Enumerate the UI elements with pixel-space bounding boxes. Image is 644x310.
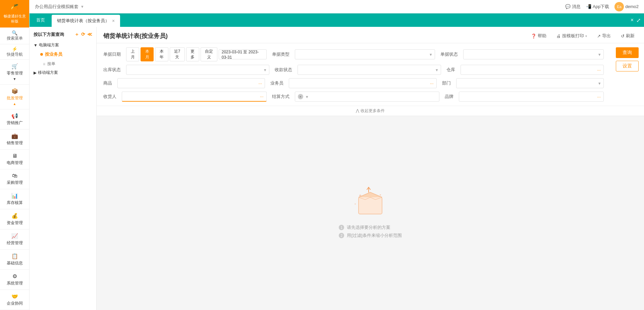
date-btn-this-year[interactable]: 本年	[155, 47, 168, 61]
date-btn-this-month[interactable]: 本月	[141, 47, 154, 61]
date-btn-last-month[interactable]: 上月	[126, 47, 139, 61]
tab-active-label: 销货单统计表（按业务员）	[57, 18, 109, 24]
filter-receiver[interactable]: ···	[122, 92, 267, 102]
lp-collapse-icon[interactable]: ≪	[87, 32, 92, 38]
date-range-value: 2023-03-01 至 2023-03-31	[222, 49, 264, 60]
topbar-right: 💬 消息 📲 App下载 Ea demo2	[565, 2, 639, 11]
filter-with-buttons: 单据日期 上月 本月 本年 近7天 更多 自定义 2023-03-01 至 20…	[97, 43, 644, 106]
message-label: 消息	[572, 4, 581, 10]
content: 按以下方案查询 ＋ ⟳ ≪ ▼ 电脑端方案 按业务员 ≡ 按单	[30, 27, 644, 310]
close-window-btn[interactable]: ×	[631, 17, 634, 23]
sidebar-item-sysadmin[interactable]: ⚙ 系统管理	[0, 270, 29, 290]
tabbar: 首页 销货单统计表（按业务员） × × ⤢	[30, 13, 644, 27]
filter-order-type[interactable]: ▾	[295, 49, 435, 59]
lp-section-pc-arrow: ▼	[34, 43, 38, 48]
logo-text: 畅捷通好生意 标版	[4, 14, 26, 23]
sidebar-item-retail-label: 零售管理	[7, 70, 23, 76]
lp-section-mobile-title: 移动端方案	[38, 70, 58, 75]
export-btn[interactable]: ↗ 导出	[594, 32, 613, 40]
sidebar-logo[interactable]: 🍊 畅捷通好生意 标版	[0, 0, 29, 28]
date-btn-custom[interactable]: 自定义	[201, 47, 217, 61]
active-dot-salesperson	[40, 53, 43, 56]
filter-receipt-status[interactable]: ▾	[298, 65, 441, 75]
sidebar-search-label: 搜索菜单	[7, 36, 23, 41]
filter-department[interactable]: ▾	[456, 78, 604, 88]
receipt-status-chevron: ▾	[436, 67, 438, 72]
tab-home[interactable]: 首页	[30, 13, 52, 27]
refresh-btn[interactable]: ↺ 刷新	[618, 32, 637, 40]
empty-step-1: 1 请先选择要分析的方案	[339, 224, 401, 230]
download-icon: 📲	[586, 4, 591, 9]
sidebar-item-retail[interactable]: 🛒 零售管理 ▼	[0, 60, 29, 85]
lp-item-by-salesperson-label: 按业务员	[45, 51, 62, 57]
brand-dots: ···	[597, 94, 601, 99]
settings-btn[interactable]: 设置	[616, 61, 639, 71]
filter-row-1: 单据日期 上月 本月 本年 近7天 更多 自定义 2023-03-01 至 20…	[103, 47, 604, 61]
print-label: 按模板打印	[562, 33, 584, 39]
operations-icon: 📈	[11, 233, 18, 239]
empty-step-2: 2 用[过滤]条件来缩小分析范围	[339, 232, 401, 239]
sidebar-item-purchase[interactable]: 🛍 采购管理	[0, 169, 29, 189]
main-data-area: 1 请先选择要分析的方案 2 用[过滤]条件来缩小分析范围	[97, 116, 644, 310]
sidebar-item-finance[interactable]: 💰 资金管理	[0, 209, 29, 229]
sidebar-item-sales-label: 销售管理	[7, 140, 23, 146]
app-download-btn[interactable]: 📲 App下载	[586, 4, 609, 10]
sidebar-item-ecommerce[interactable]: 🖥 电商管理	[0, 150, 29, 169]
sidebar-item-sales[interactable]: 💼 销售管理	[0, 130, 29, 150]
filter-goods[interactable]: ···	[117, 78, 265, 88]
svg-point-2	[380, 194, 381, 196]
date-btn-7days[interactable]: 近7天	[170, 47, 185, 61]
message-btn[interactable]: 💬 消息	[565, 4, 581, 10]
query-btn[interactable]: 查询	[616, 47, 639, 58]
date-btn-more[interactable]: 更多	[186, 47, 199, 61]
sidebar-item-enterprise-label: 企业协同	[7, 301, 23, 306]
export-icon: ↗	[597, 34, 601, 39]
filter-row-2: 出库状态 ▾ 收款状态 ▾ 仓库 ···	[103, 65, 604, 75]
fullscreen-btn[interactable]: ⤢	[636, 17, 641, 23]
purchase-icon: 🛍	[12, 173, 17, 179]
filter-order-status[interactable]: ▾	[463, 49, 604, 59]
breadcrumb-dropdown-icon[interactable]: ▾	[81, 4, 84, 9]
lp-item-by-order[interactable]: ≡ 按单	[30, 59, 96, 68]
filter-brand[interactable]: ···	[459, 92, 604, 102]
lp-item-by-salesperson[interactable]: 按业务员	[30, 49, 96, 59]
sidebar-item-marketing[interactable]: 📢 营销推广	[0, 109, 29, 130]
sidebar-search[interactable]: 🔍 搜索菜单	[0, 28, 29, 44]
filter-salesperson[interactable]: ···	[289, 78, 436, 88]
order-icon: ≡	[43, 62, 45, 66]
sidebar-item-purchase-label: 采购管理	[7, 180, 23, 186]
filter-out-status[interactable]: ▾	[126, 65, 269, 75]
refresh-icon: ↺	[621, 34, 625, 39]
tab-active[interactable]: 销货单统计表（按业务员） ×	[52, 15, 120, 27]
settlement-chevron: ▾	[306, 94, 308, 99]
lp-add-icon[interactable]: ＋	[74, 32, 79, 38]
inventory-icon: 📊	[11, 193, 18, 199]
help-btn[interactable]: ❓ 帮助	[528, 32, 549, 40]
sidebar-item-finance-label: 资金管理	[7, 220, 23, 226]
sidebar-item-operations[interactable]: 📈 经营管理	[0, 229, 29, 250]
user-avatar-btn[interactable]: Ea demo2	[614, 2, 639, 11]
svg-rect-0	[359, 197, 382, 214]
collapse-bar[interactable]: ⋀ 收起更多条件	[97, 106, 644, 116]
empty-state: 1 请先选择要分析的方案 2 用[过滤]条件来缩小分析范围	[339, 186, 401, 241]
sidebar-item-enterprise[interactable]: 🤝 企业协同	[0, 290, 29, 310]
lp-refresh-icon[interactable]: ⟳	[81, 32, 85, 38]
filter-warehouse[interactable]: ···	[461, 65, 604, 75]
tab-close-btn[interactable]: ×	[112, 18, 115, 23]
right-content: 销货单统计表(按业务员) ❓ 帮助 🖨 按模板打印 ▾ ↗ 导出	[97, 27, 644, 310]
print-btn[interactable]: 🖨 按模板打印 ▾	[554, 32, 590, 40]
print-dropdown-icon: ▾	[585, 34, 587, 38]
lp-section-mobile-arrow: ▶	[34, 70, 37, 75]
settlement-clear-btn[interactable]: ×	[298, 94, 303, 99]
sidebar-nav[interactable]: ⚡ 快捷导航	[0, 44, 29, 60]
date-range-display: 2023-03-01 至 2023-03-31	[219, 49, 267, 59]
step-2-text: 用[过滤]条件来缩小分析范围	[347, 232, 401, 239]
lp-section-mobile[interactable]: ▶ 移动端方案	[30, 68, 96, 77]
lp-section-pc[interactable]: ▼ 电脑端方案	[30, 41, 96, 49]
filter-warehouse-label: 仓库	[446, 67, 455, 73]
filter-settlement[interactable]: × ▾	[295, 92, 440, 102]
sidebar-item-wholesale[interactable]: 📦 批发管理 ▲	[0, 85, 29, 109]
sidebar-item-inventory[interactable]: 📊 库存核算	[0, 189, 29, 209]
sidebar-item-ecommerce-label: 电商管理	[7, 160, 23, 166]
sidebar-item-basics[interactable]: 📋 基础信息	[0, 250, 29, 270]
